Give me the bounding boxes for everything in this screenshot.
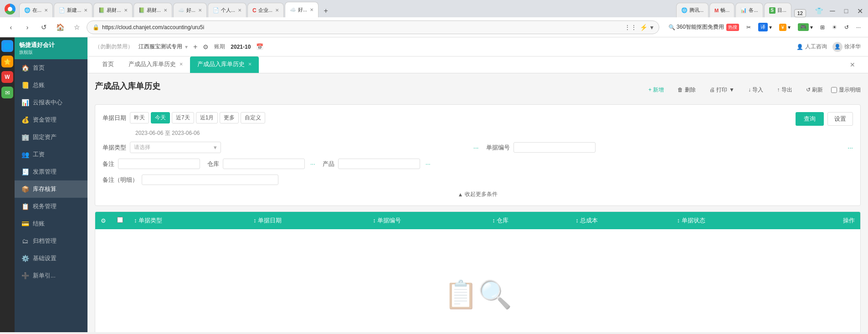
tab-close-5[interactable]: ✕ xyxy=(198,8,202,13)
sidebar-item-inventory[interactable]: 📦 库存核算 xyxy=(15,180,87,198)
company-selector[interactable]: 江西服宝测试专用 ▾ xyxy=(139,43,188,51)
apps-icon[interactable]: ⋮⋮ xyxy=(624,24,637,31)
tab-2[interactable]: 📄新建... ✕ xyxy=(54,3,92,17)
app-icon-star[interactable]: ⭐ xyxy=(1,56,13,67)
tab-close-8[interactable]: ✕ xyxy=(310,7,313,12)
tab-close-3[interactable]: ✕ xyxy=(124,8,128,13)
shirt-icon[interactable]: 👕 xyxy=(812,5,825,17)
app-icon-weibo[interactable]: W xyxy=(1,71,13,83)
add-company-btn[interactable]: + xyxy=(193,43,197,51)
show-detail-checkbox[interactable]: 显示明细 xyxy=(831,86,861,94)
bookmark-btn[interactable]: ☆ xyxy=(70,21,83,34)
panel-close-btn[interactable]: ✕ xyxy=(844,57,861,72)
number-input[interactable] xyxy=(514,142,596,153)
warehouse-dots[interactable]: ··· xyxy=(310,160,315,167)
warehouse-input[interactable] xyxy=(223,159,305,169)
1month-btn[interactable]: 近1月 xyxy=(196,112,218,123)
game-tool[interactable]: 🎮 ▾ xyxy=(795,22,816,32)
col-warehouse[interactable]: ↕ 仓库 xyxy=(487,212,570,229)
grid-tool[interactable]: ⊞ xyxy=(817,23,827,32)
product-dots[interactable]: ··· xyxy=(426,160,431,167)
collapse-btn[interactable]: ▲ 收起更多条件 xyxy=(103,190,853,198)
currency-tool[interactable]: ¥ ▾ xyxy=(776,22,793,32)
export-btn[interactable]: ↑ 导出 xyxy=(771,84,797,96)
app-icon-browser[interactable]: 🌐 xyxy=(1,40,13,52)
app-icon-mail[interactable]: ✉ xyxy=(1,87,13,98)
remark-input[interactable] xyxy=(118,159,200,169)
cut-tool[interactable]: ✂ xyxy=(744,23,754,32)
dropdown-arrow[interactable]: ▾ xyxy=(650,24,653,31)
product-input[interactable] xyxy=(338,159,420,169)
query-btn[interactable]: 查询 xyxy=(796,112,824,126)
page-tab-close-history[interactable]: × xyxy=(248,61,252,67)
sidebar-item-newbill[interactable]: ➕ 新单引... xyxy=(15,267,87,284)
tab-12[interactable]: S目... xyxy=(764,3,791,17)
refresh-btn[interactable]: ↺ 刷新 xyxy=(801,84,828,96)
tab-close-6[interactable]: ✕ xyxy=(238,8,241,13)
search-tool[interactable]: 🔍 360智能抠图免费用 热搜 xyxy=(666,22,742,32)
sidebar-item-ledger[interactable]: 📒 总账 xyxy=(15,77,87,94)
lightning-icon[interactable]: ⚡ xyxy=(640,24,647,31)
col-date[interactable]: ↕ 单据日期 xyxy=(248,212,367,229)
tab-8-active[interactable]: ☁️好... ✕ xyxy=(285,2,318,17)
tab-4[interactable]: 📗易财... ✕ xyxy=(134,3,172,17)
col-settings[interactable]: ⚙ xyxy=(95,212,112,229)
theme-tool[interactable]: ☀ xyxy=(829,23,840,32)
print-btn[interactable]: 🖨 打印 ▼ xyxy=(704,84,740,96)
forward-btn[interactable]: › xyxy=(21,21,34,34)
7days-btn[interactable]: 近7天 xyxy=(172,112,194,123)
calendar-icon[interactable]: 📅 xyxy=(256,43,263,50)
tab-9[interactable]: 🌐腾讯... xyxy=(676,3,709,17)
sidebar-item-checkout[interactable]: 💳 结账 xyxy=(15,215,87,232)
close-window-btn[interactable]: ✕ xyxy=(853,5,866,17)
sidebar-item-finance[interactable]: 💰 资金管理 xyxy=(15,111,87,128)
delete-btn[interactable]: 🗑 删除 xyxy=(672,84,701,96)
col-total-cost[interactable]: ↕ 总成本 xyxy=(570,212,672,229)
undo-tool[interactable]: ↺ xyxy=(842,23,852,32)
today-btn[interactable]: 今天 xyxy=(151,112,170,123)
sidebar-item-archive[interactable]: 🗂 归档管理 xyxy=(15,232,87,250)
sidebar-item-fixed[interactable]: 🏢 固定资产 xyxy=(15,128,87,146)
sidebar-item-basic[interactable]: ⚙️ 基础设置 xyxy=(15,250,87,267)
consult-btn[interactable]: 👤 人工咨询 xyxy=(796,43,827,51)
tab-close-2[interactable]: ✕ xyxy=(84,8,87,13)
page-tab-home[interactable]: 首页 xyxy=(95,57,121,73)
sidebar-item-home[interactable]: 🏠 首页 xyxy=(15,59,87,77)
tab-close-4[interactable]: ✕ xyxy=(164,8,167,13)
tab-10[interactable]: M畅... xyxy=(709,3,734,17)
page-tab-list[interactable]: 产成品入库单历史 × xyxy=(121,57,190,73)
user-avatar[interactable]: 👤 徐泽华 xyxy=(832,42,861,52)
tab-3[interactable]: 📗易财... ✕ xyxy=(93,3,132,17)
reload-btn[interactable]: ↺ xyxy=(37,21,50,34)
new-tab-btn[interactable]: + xyxy=(319,5,332,17)
col-status[interactable]: ↕ 单据状态 xyxy=(672,212,791,229)
type-select[interactable]: 请选择 ▾ xyxy=(130,142,221,153)
sidebar-item-tax[interactable]: 📋 税务管理 xyxy=(15,198,87,215)
page-tab-close-list[interactable]: × xyxy=(180,61,183,67)
more-tool[interactable]: ··· xyxy=(853,23,863,32)
maximize-btn[interactable]: □ xyxy=(840,5,853,17)
more-date-btn[interactable]: 更多 xyxy=(220,112,239,123)
table-settings-btn[interactable]: 设置 xyxy=(827,112,853,126)
remark-detail-input[interactable] xyxy=(142,175,278,185)
add-btn[interactable]: + 新增 xyxy=(643,84,669,96)
settings-btn-header[interactable]: ⚙ xyxy=(203,43,209,51)
tab-11[interactable]: 📊各... xyxy=(735,3,763,17)
tab-7[interactable]: C企业... ✕ xyxy=(247,3,284,17)
minimize-btn[interactable]: ─ xyxy=(826,5,839,17)
col-checkbox[interactable] xyxy=(112,212,128,229)
translate-tool[interactable]: 译 ▾ xyxy=(755,21,775,33)
sidebar-item-invoice[interactable]: 🧾 发票管理 xyxy=(15,163,87,180)
tab-5[interactable]: ☁️好... ✕ xyxy=(173,3,207,17)
tab-close-7[interactable]: ✕ xyxy=(275,8,279,13)
col-number[interactable]: ↕ 单据编号 xyxy=(367,212,487,229)
back-btn[interactable]: ‹ xyxy=(5,21,17,34)
tab-1[interactable]: 🌐在... ✕ xyxy=(19,3,53,17)
col-type[interactable]: ↕ 单据类型 xyxy=(128,212,248,229)
custom-date-btn[interactable]: 自定义 xyxy=(241,112,265,123)
tab-counter[interactable]: 12 xyxy=(794,9,806,17)
tab-6[interactable]: 📄个人... ✕ xyxy=(208,3,247,17)
address-bar[interactable]: 🔒 https://cloud.chanjet.com/accounting/u… xyxy=(87,21,659,34)
home-btn[interactable]: 🏠 xyxy=(54,21,67,34)
page-tab-history[interactable]: 产成品入库单历史 × xyxy=(190,57,259,73)
